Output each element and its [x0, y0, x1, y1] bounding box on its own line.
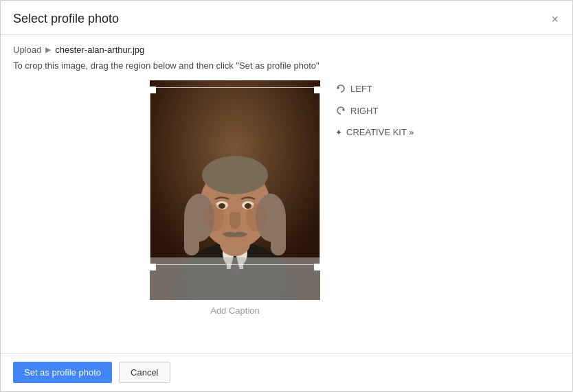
crop-handle-br[interactable] [314, 264, 321, 270]
svg-marker-22 [342, 108, 345, 111]
cancel-button[interactable]: Cancel [119, 362, 170, 383]
dialog-footer: Set as profile photo Cancel [1, 353, 572, 391]
instruction-text: To crop this image, drag the region belo… [13, 60, 560, 71]
svg-rect-20 [150, 257, 320, 300]
breadcrumb: Upload ▶ chester-alan-arthur.jpg [13, 45, 560, 55]
image-container[interactable] [150, 80, 320, 300]
svg-rect-13 [271, 214, 286, 255]
portrait-image [150, 80, 320, 300]
creative-kit-icon: ✦ [335, 128, 342, 137]
rotate-left-label: LEFT [350, 84, 372, 94]
breadcrumb-arrow: ▶ [45, 45, 51, 54]
dialog-title: Select profile photo [13, 12, 119, 26]
dialog-header: Select profile photo × [1, 1, 572, 35]
crop-handle-bl[interactable] [149, 264, 156, 270]
image-wrapper: Add Caption [150, 80, 320, 316]
breadcrumb-upload: Upload [13, 45, 41, 55]
breadcrumb-filename: chester-alan-arthur.jpg [55, 45, 144, 55]
creative-kit-label: CREATIVE KIT » [346, 127, 414, 137]
rotate-left-icon [335, 83, 346, 94]
caption-text: Add Caption [210, 305, 260, 316]
close-button[interactable]: × [550, 13, 560, 25]
creative-kit-button[interactable]: ✦ CREATIVE KIT » [334, 124, 423, 140]
crop-handle-tl[interactable] [149, 87, 156, 93]
svg-point-19 [246, 204, 267, 231]
svg-point-11 [202, 156, 268, 194]
dialog-container: Select profile photo × Upload ▶ chester-… [0, 0, 573, 392]
set-profile-photo-button[interactable]: Set as profile photo [13, 362, 112, 383]
dialog-body: Upload ▶ chester-alan-arthur.jpg To crop… [1, 35, 572, 353]
rotate-right-label: RIGHT [350, 106, 378, 116]
svg-point-18 [203, 204, 224, 231]
tools-panel: LEFT RIGHT ✦ CREATIVE KIT » [334, 80, 423, 140]
content-area: Add Caption LEFT [13, 80, 560, 341]
rotate-right-button[interactable]: RIGHT [334, 102, 423, 119]
crop-handle-tr[interactable] [314, 87, 321, 93]
svg-marker-21 [337, 87, 340, 89]
rotate-left-button[interactable]: LEFT [334, 80, 423, 97]
svg-rect-12 [184, 214, 199, 255]
rotate-right-icon [335, 105, 346, 116]
